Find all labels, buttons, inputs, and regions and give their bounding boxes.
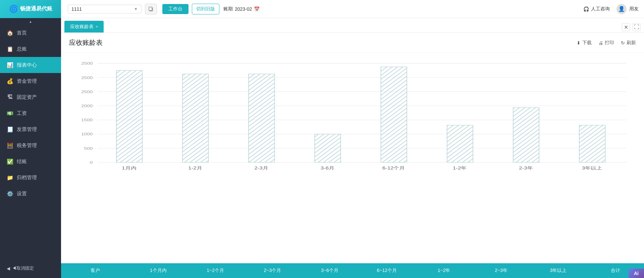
svg-text:1500: 1500 [81, 118, 93, 122]
ai-badge[interactable]: Ai [629, 269, 644, 278]
sidebar-item-invoice[interactable]: 🧾 发票管理 [0, 121, 61, 137]
funds-icon: 💰 [7, 78, 13, 84]
copy-icon [148, 6, 154, 12]
period-value: 2023-02 [235, 6, 252, 12]
sidebar-scroll-up[interactable]: ▲ [0, 18, 61, 25]
table-header-col: 客户 [61, 268, 129, 274]
tab-close-aging[interactable]: × [96, 24, 98, 29]
table-header-col: 1~2个月 [187, 268, 244, 274]
svg-text:1-2月: 1-2月 [188, 165, 202, 170]
tab-label-aging: 应收账龄表 [70, 24, 94, 30]
svg-text:2-3月: 2-3月 [254, 165, 268, 170]
bar-4 [315, 134, 340, 162]
salary-icon: 💵 [7, 110, 13, 117]
header-right: 🎧 人工咨询 👤 用友 [583, 4, 639, 14]
table-header-col: 6~12个月 [358, 268, 415, 274]
period-area: 账期 2023-02 📅 [223, 6, 260, 12]
reports-icon: 📊 [7, 62, 13, 68]
archive-icon: 📁 [7, 174, 13, 181]
svg-text:0: 0 [90, 160, 93, 165]
company-selector[interactable]: 1111 ▼ [68, 5, 142, 13]
main-layout: ▲ 🏠 首页 📋 总账 📊 报表中心 💰 资金管理 🏗 固定资产 💵 工资 🧾 … [0, 18, 644, 278]
report-actions: ⬇ 下载 🖨 打印 ↻ 刷新 [577, 40, 636, 46]
report-title: 应收账龄表 [69, 38, 103, 47]
expand-button[interactable]: ⛶ [633, 23, 641, 31]
sidebar-item-assets[interactable]: 🏗 固定资产 [0, 89, 61, 105]
page-content: 应收账龄表 ⬇ 下载 🖨 打印 ↻ 刷新 [61, 33, 644, 278]
user-name: 用友 [629, 6, 639, 12]
sidebar-item-settings[interactable]: ⚙️ 设置 [0, 186, 61, 202]
sidebar-label-tax: 税务管理 [17, 142, 37, 149]
svg-text:3年以上: 3年以上 [582, 165, 602, 170]
table-footer: 客户1个月内1~2个月2~3个月3~6个月6~12个月1~2年2~3年3年以上合… [61, 263, 644, 278]
tabs-container: 首页畅会员×新手引导×操作日志×期末结转×应收账龄表× [64, 18, 104, 32]
svg-text:2500: 2500 [81, 75, 93, 80]
sidebar-bottom: ◀ ◀‌取消固定 [0, 259, 61, 278]
svg-text:2500: 2500 [81, 61, 93, 66]
svg-text:500: 500 [84, 146, 93, 150]
tab-actions: ✕ ⛶ [622, 23, 641, 32]
table-header-col: 1~2年 [415, 268, 472, 274]
bar-2 [182, 74, 208, 162]
svg-text:1-2年: 1-2年 [453, 165, 467, 170]
sidebar-label-salary: 工资 [17, 110, 27, 117]
refresh-label: 刷新 [627, 40, 636, 46]
svg-text:1000: 1000 [81, 132, 93, 136]
calendar-icon[interactable]: 📅 [254, 6, 260, 12]
user-area[interactable]: 👤 用友 [616, 4, 639, 14]
refresh-button[interactable]: ↻ 刷新 [621, 40, 636, 46]
sidebar-label-settings: 设置 [17, 191, 27, 197]
sidebar: ▲ 🏠 首页 📋 总账 📊 报表中心 💰 资金管理 🏗 固定资产 💵 工资 🧾 … [0, 18, 61, 278]
app-header: 🌀 畅捷通易代账 1111 ▼ 工作台 切到旧版 账期 2023-02 📅 🎧 … [0, 0, 644, 18]
sidebar-item-checkout[interactable]: ✅ 结账 [0, 153, 61, 169]
table-header-col: 3年以上 [530, 268, 587, 274]
company-name: 1111 [71, 6, 131, 12]
sidebar-item-archive[interactable]: 📁 归档管理 [0, 169, 61, 186]
table-header-col: 2~3个月 [244, 268, 301, 274]
consult-button[interactable]: 🎧 人工咨询 [583, 6, 610, 12]
checkout-icon: ✅ [7, 158, 13, 165]
headset-icon: 🎧 [583, 6, 589, 12]
tab-period-end[interactable]: 期末结转× [64, 18, 104, 21]
sidebar-item-funds[interactable]: 💰 资金管理 [0, 73, 61, 89]
table-header-col: 2~3年 [473, 268, 530, 274]
switch-version-button[interactable]: 切到旧版 [192, 4, 219, 14]
period-label: 账期 [223, 6, 233, 12]
svg-text:2000: 2000 [81, 104, 93, 108]
download-button[interactable]: ⬇ 下载 [577, 40, 592, 46]
bar-7 [513, 108, 539, 162]
sidebar-label-home: 首页 [17, 30, 27, 36]
download-icon: ⬇ [577, 40, 581, 46]
print-label: 打印 [605, 40, 614, 46]
bar-3 [249, 74, 274, 162]
sidebar-item-ledger[interactable]: 📋 总账 [0, 41, 61, 57]
chevron-down-icon: ▼ [134, 7, 138, 11]
tab-aging[interactable]: 应收账龄表× [64, 21, 104, 32]
content-area: 首页畅会员×新手引导×操作日志×期末结转×应收账龄表× ✕ ⛶ 应收账龄表 ⬇ … [61, 18, 644, 278]
invoice-icon: 🧾 [7, 126, 13, 133]
svg-text:2-3年: 2-3年 [519, 165, 533, 170]
print-button[interactable]: 🖨 打印 [598, 40, 614, 46]
copy-button[interactable] [145, 4, 157, 14]
consult-label: 人工咨询 [591, 6, 610, 12]
table-header-col: 1个月内 [129, 268, 186, 274]
sidebar-item-tax[interactable]: 🧮 税务管理 [0, 137, 61, 153]
sidebar-label-archive: 归档管理 [17, 175, 37, 181]
workbench-button[interactable]: 工作台 [162, 4, 189, 14]
sidebar-label-invoice: 发票管理 [17, 126, 37, 133]
bar-1 [116, 70, 142, 162]
assets-icon: 🏗 [7, 94, 13, 100]
sidebar-toggle[interactable]: ◀ ◀‌取消固定 [0, 262, 61, 275]
sidebar-label-funds: 资金管理 [17, 78, 37, 84]
sidebar-label-ledger: 总账 [17, 46, 27, 52]
logo-text: 畅捷通易代账 [20, 5, 52, 12]
report-header: 应收账龄表 ⬇ 下载 🖨 打印 ↻ 刷新 [61, 33, 644, 53]
sidebar-label-checkout: 结账 [17, 158, 27, 165]
avatar: 👤 [616, 4, 627, 14]
bar-6 [447, 125, 473, 162]
close-all-button[interactable]: ✕ [622, 23, 630, 31]
sidebar-item-reports[interactable]: 📊 报表中心 [0, 57, 61, 73]
toggle-label: ◀‌取消固定 [12, 265, 34, 271]
sidebar-item-home[interactable]: 🏠 首页 [0, 25, 61, 41]
sidebar-item-salary[interactable]: 💵 工资 [0, 105, 61, 121]
